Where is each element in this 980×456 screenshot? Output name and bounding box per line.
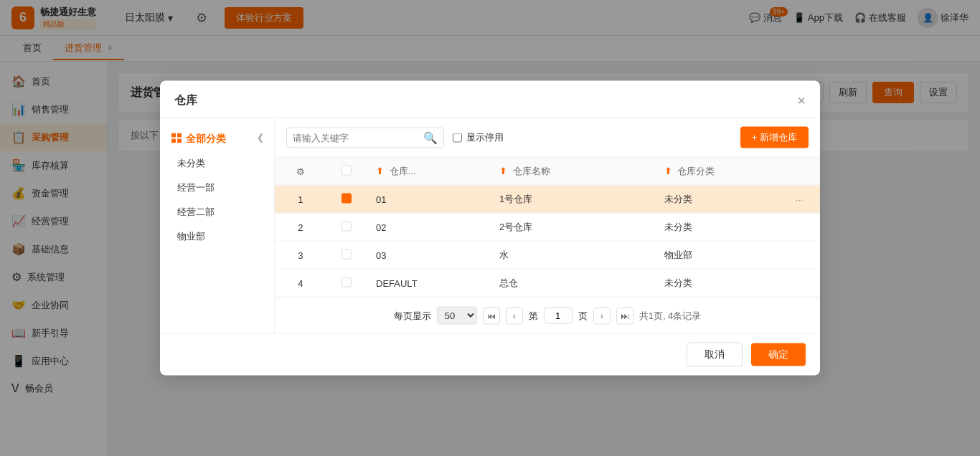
modal-close-button[interactable]: × bbox=[797, 92, 806, 109]
page-last-button[interactable]: ⏭ bbox=[616, 307, 633, 324]
row-name: 总仓 bbox=[491, 269, 655, 297]
sort-icon-code: ⬆ bbox=[376, 166, 384, 176]
row-name: 水 bbox=[491, 241, 655, 269]
table-header-row: ⚙ ⬆ 仓库... ⬆ 仓库名称 bbox=[275, 158, 820, 186]
table-gear-icon[interactable]: ⚙ bbox=[296, 166, 305, 176]
page-prev-button[interactable]: ‹ bbox=[506, 307, 523, 324]
modal-header: 仓库 × bbox=[160, 81, 820, 118]
row-checkbox[interactable] bbox=[326, 241, 367, 269]
table-body: 1 01 1号仓库 未分类 ··· 2 02 2号仓库 未分类 3 03 水 物… bbox=[275, 185, 820, 297]
table-row[interactable]: 1 01 1号仓库 未分类 ··· bbox=[275, 185, 820, 213]
row-code: DEFAULT bbox=[367, 269, 491, 297]
category-item-uncategorized[interactable]: 未分类 bbox=[160, 151, 274, 176]
warehouse-modal: 仓库 × 全部分类 《 未分类 经 bbox=[160, 81, 820, 376]
table-header-check bbox=[326, 158, 367, 186]
grid-icon bbox=[171, 133, 182, 145]
confirm-button[interactable]: 确定 bbox=[751, 343, 806, 366]
table-header-code[interactable]: ⬆ 仓库... bbox=[367, 158, 491, 186]
modal-body: 全部分类 《 未分类 经营一部 经营二部 物业部 🔍 bbox=[160, 118, 820, 333]
category-sidebar: 全部分类 《 未分类 经营一部 经营二部 物业部 bbox=[160, 118, 275, 333]
row-code: 03 bbox=[367, 241, 491, 269]
show-disabled-checkbox[interactable]: 显示停用 bbox=[453, 131, 504, 144]
row-code: 01 bbox=[367, 185, 491, 213]
row-category: 物业部 bbox=[656, 241, 779, 269]
table-header-category[interactable]: ⬆ 仓库分类 bbox=[656, 158, 779, 186]
svg-rect-2 bbox=[171, 138, 176, 143]
main-panel: 🔍 显示停用 + 新增仓库 ⚙ bbox=[275, 118, 820, 333]
row-index: 2 bbox=[275, 213, 326, 241]
row-category: 未分类 bbox=[656, 269, 779, 297]
warehouse-table: ⚙ ⬆ 仓库... ⬆ 仓库名称 bbox=[275, 158, 820, 298]
svg-rect-1 bbox=[177, 133, 182, 137]
category-item-dept2[interactable]: 经营二部 bbox=[160, 200, 274, 224]
row-more[interactable] bbox=[779, 213, 820, 241]
cancel-button[interactable]: 取消 bbox=[687, 343, 743, 367]
row-checkbox[interactable] bbox=[326, 269, 367, 297]
sort-icon-cat: ⬆ bbox=[664, 166, 672, 176]
sort-icon-name: ⬆ bbox=[499, 166, 507, 176]
page-first-button[interactable]: ⏮ bbox=[483, 307, 500, 324]
modal-title: 仓库 bbox=[174, 93, 197, 108]
search-icon[interactable]: 🔍 bbox=[423, 130, 438, 144]
row-index: 4 bbox=[275, 269, 326, 297]
table-header-name[interactable]: ⬆ 仓库名称 bbox=[491, 158, 655, 186]
row-code: 02 bbox=[367, 213, 491, 241]
row-index: 3 bbox=[275, 241, 326, 269]
table-header-gear: ⚙ bbox=[275, 158, 326, 186]
svg-rect-3 bbox=[177, 138, 182, 143]
category-collapse-button[interactable]: 《 bbox=[253, 133, 263, 146]
per-page-select[interactable]: 50 20 100 bbox=[437, 307, 477, 325]
row-name: 1号仓库 bbox=[491, 185, 655, 213]
all-category-button[interactable]: 全部分类 《 bbox=[160, 127, 274, 151]
table-header-more bbox=[779, 158, 820, 186]
pagination: 每页显示 50 20 100 ⏮ ‹ 第 页 › ⏭ 共1页, 4条记录 bbox=[275, 298, 820, 333]
category-item-property[interactable]: 物业部 bbox=[160, 224, 274, 249]
row-checkbox[interactable] bbox=[326, 185, 367, 213]
category-item-dept1[interactable]: 经营一部 bbox=[160, 176, 274, 200]
page-label: 第 bbox=[529, 309, 538, 322]
select-all-checkbox[interactable] bbox=[341, 165, 352, 175]
modal-footer: 取消 确定 bbox=[160, 333, 820, 376]
search-input[interactable] bbox=[293, 132, 419, 143]
svg-rect-0 bbox=[171, 133, 176, 137]
row-index: 1 bbox=[275, 185, 326, 213]
row-category: 未分类 bbox=[656, 185, 779, 213]
modal-toolbar: 🔍 显示停用 + 新增仓库 bbox=[275, 118, 820, 158]
search-input-wrap: 🔍 bbox=[286, 127, 444, 148]
row-checkbox[interactable] bbox=[326, 213, 367, 241]
row-more[interactable] bbox=[779, 269, 820, 297]
table-row[interactable]: 3 03 水 物业部 bbox=[275, 241, 820, 269]
row-category: 未分类 bbox=[656, 213, 779, 241]
table-row[interactable]: 4 DEFAULT 总仓 未分类 bbox=[275, 269, 820, 297]
data-table: ⚙ ⬆ 仓库... ⬆ 仓库名称 bbox=[275, 158, 820, 298]
row-more[interactable]: ··· bbox=[779, 185, 820, 213]
page-unit: 页 bbox=[578, 309, 588, 322]
show-disabled-input[interactable] bbox=[453, 133, 462, 142]
new-warehouse-button[interactable]: + 新增仓库 bbox=[740, 127, 809, 148]
table-row[interactable]: 2 02 2号仓库 未分类 bbox=[275, 213, 820, 241]
page-input[interactable] bbox=[544, 308, 573, 324]
page-next-button[interactable]: › bbox=[593, 307, 611, 324]
row-name: 2号仓库 bbox=[491, 213, 655, 241]
row-more[interactable] bbox=[779, 241, 820, 269]
page-total-info: 共1页, 4条记录 bbox=[639, 309, 702, 322]
